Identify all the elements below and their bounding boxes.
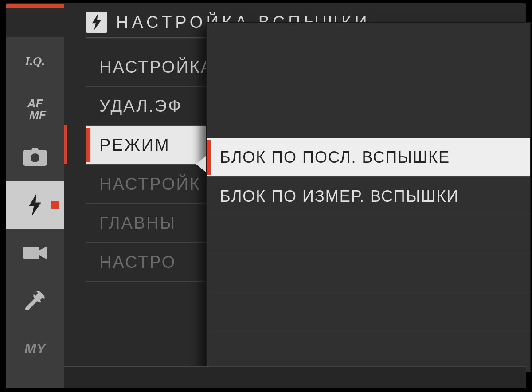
sidebar-tab-iq[interactable]: I.Q.	[6, 37, 64, 85]
svg-point-1	[31, 153, 39, 162]
movie-icon	[23, 245, 47, 261]
bottom-bar	[64, 366, 526, 388]
popup-empty-row	[207, 255, 530, 294]
sidebar-tab-flash[interactable]	[6, 181, 64, 229]
sidebar-tab-afmf[interactable]: AF MF	[6, 85, 64, 133]
submenu-popup: БЛОК ПО ПОСЛ. ВСПЫШКЕ БЛОК ПО ИЗМЕР. ВСП…	[206, 22, 531, 372]
active-indicator	[51, 201, 59, 209]
afmf-label: AF MF	[24, 98, 46, 121]
camera-icon	[23, 148, 47, 166]
popup-item-lock-last-flash[interactable]: БЛОК ПО ПОСЛ. ВСПЫШКЕ	[207, 138, 530, 177]
svg-rect-3	[23, 247, 39, 259]
sidebar-tab-my[interactable]: MY	[6, 325, 64, 372]
sidebar: I.Q. AF MF	[6, 37, 64, 388]
popup-back-arrow[interactable]	[196, 156, 206, 172]
popup-spacer-top	[207, 23, 530, 138]
flash-icon	[27, 194, 43, 216]
main-selection-indicator	[64, 125, 67, 164]
sidebar-tab-movie[interactable]	[6, 229, 64, 277]
svg-marker-0	[92, 14, 101, 30]
sidebar-tab-setup[interactable]	[6, 277, 64, 325]
popup-empty-row	[207, 294, 530, 333]
my-label: MY	[24, 341, 46, 357]
wrench-icon	[25, 290, 45, 311]
iq-label: I.Q.	[25, 54, 45, 68]
svg-marker-2	[29, 194, 41, 216]
svg-marker-4	[39, 247, 47, 259]
flash-header-icon	[86, 12, 107, 33]
popup-empty-row	[207, 216, 530, 255]
sidebar-tab-camera[interactable]	[6, 133, 64, 181]
sidebar-top-indicator	[6, 4, 64, 8]
camera-menu-screen: НАСТРОЙКА ВСПЫШКИ I.Q. AF MF	[6, 3, 526, 388]
popup-item-lock-meter-flash[interactable]: БЛОК ПО ИЗМЕР. ВСПЫШКИ	[207, 177, 530, 216]
